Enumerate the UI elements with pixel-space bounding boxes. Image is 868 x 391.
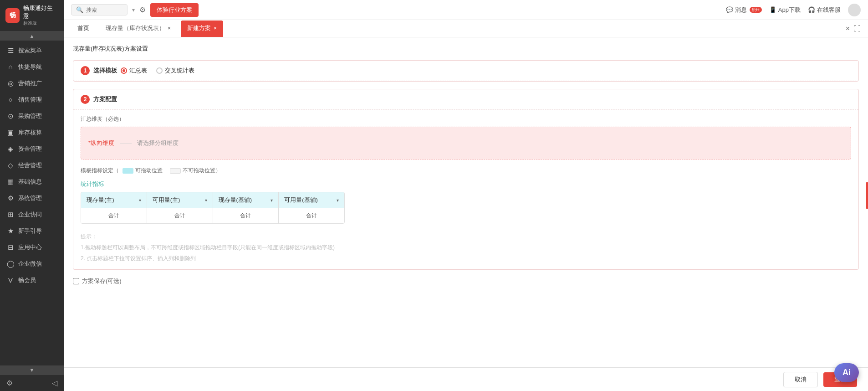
col2-chevron[interactable]: ▾	[271, 198, 273, 203]
sidebar: 畅 畅康通好生意 标准版 ▲ ☰ 搜索菜单 ⌂ 快捷导航 ◎ 营销推广 ○ 销售…	[0, 0, 64, 391]
sidebar-item-finance[interactable]: ◈ 资金管理	[0, 141, 64, 157]
section2-body: 汇总维度（必选） *纵向维度 —— 请选择分组维度 模板指标设定（ 可拖动位置	[73, 110, 858, 269]
save-label: 方案保存(可选)	[82, 277, 122, 285]
sidebar-scroll-up[interactable]: ▲	[0, 31, 64, 41]
tab-new-plan[interactable]: 新建方案 ×	[181, 21, 223, 37]
audio-icon[interactable]: ◁	[52, 379, 57, 387]
col1-label: 可用量(主)	[153, 196, 180, 204]
radio-summary-circle	[121, 67, 127, 74]
sidebar-item-label: 新手引导	[18, 227, 42, 235]
draggable-label: 可拖动位置	[135, 167, 163, 175]
app-download-label: App下载	[778, 6, 801, 14]
dimension-placeholder: 请选择分组维度	[137, 139, 179, 147]
sidebar-item-basic[interactable]: ▦ 基础信息	[0, 174, 64, 190]
sidebar-item-inventory[interactable]: ▣ 库存核算	[0, 124, 64, 141]
industry-btn[interactable]: 体验行业方案	[150, 3, 199, 17]
sidebar-item-member[interactable]: V 畅会员	[0, 272, 64, 288]
cancel-button[interactable]: 取消	[783, 372, 818, 387]
sidebar-item-system[interactable]: ⚙ 系统管理	[0, 190, 64, 206]
finance-icon: ◈	[6, 145, 15, 153]
stats-section: 统计指标 现存量(主) ▾ 可用量(主) ▾	[81, 180, 851, 224]
tab-minimize-btn[interactable]: ×	[846, 25, 850, 33]
sidebar-item-label: 营销推广	[18, 79, 42, 87]
tabs-bar: 首页 现存量（库存状况表） × 新建方案 × × ⛶	[64, 20, 868, 37]
col0-label: 现存量(主)	[87, 196, 114, 204]
ai-label: Ai	[842, 368, 851, 377]
indicator-legend: 可拖动位置 不可拖动位置）	[123, 167, 221, 175]
stats-cell-3: 合计	[279, 208, 344, 223]
sidebar-item-management[interactable]: ◇ 经营管理	[0, 157, 64, 174]
newbie-icon: ★	[6, 227, 15, 235]
indicator-label: 模板指标设定（ 可拖动位置 不可拖动位置）	[81, 167, 851, 175]
sidebar-item-marketing[interactable]: ◎ 营销推广	[0, 75, 64, 92]
content-area: 现存量(库存状况表)方案设置 1 选择模板 汇总表 交叉统计表	[64, 37, 868, 367]
tips-title: 提示：	[81, 233, 97, 240]
main-area: 🔍 ▾ ⚙ 体验行业方案 💬 消息 99+ 📱 App下载 🎧 在线客服	[64, 0, 868, 391]
topbar-search-box[interactable]: 🔍	[71, 4, 128, 15]
tab-home-label: 首页	[77, 24, 89, 32]
sidebar-item-label: 销售管理	[18, 96, 42, 104]
section-step1: 1 选择模板 汇总表 交叉统计表	[73, 60, 859, 82]
tab-home[interactable]: 首页	[71, 21, 96, 37]
topbar-chevron-icon[interactable]: ▾	[132, 7, 135, 13]
app-version: 标准版	[23, 20, 58, 26]
sidebar-scroll-down[interactable]: ▼	[0, 365, 64, 375]
col0-chevron[interactable]: ▾	[139, 198, 141, 203]
stats-cell-2: 合计	[213, 208, 279, 223]
sidebar-item-sales[interactable]: ○ 销售管理	[0, 92, 64, 108]
sidebar-item-purchase[interactable]: ⊙ 采购管理	[0, 108, 64, 124]
col1-chevron[interactable]: ▾	[205, 198, 207, 203]
search-input[interactable]	[86, 7, 123, 13]
template-options: 汇总表 交叉统计表	[121, 67, 194, 75]
tip-1: 1.拖动标题栏可以调整布局，不可跨维度或指标区域拖动栏目字段(只能在同一维度或指…	[81, 244, 335, 251]
sidebar-item-label: 快捷导航	[18, 63, 42, 71]
stats-col-1[interactable]: 可用量(主) ▾	[147, 192, 213, 208]
legend-nodrag: 不可拖动位置）	[170, 167, 221, 175]
topbar-right: 💬 消息 99+ 📱 App下载 🎧 在线客服	[726, 4, 861, 16]
section1-header: 1 选择模板 汇总表 交叉统计表	[73, 61, 858, 81]
stats-col-0[interactable]: 现存量(主) ▾	[81, 192, 147, 208]
sales-icon: ○	[6, 96, 15, 103]
legend-draggable: 可拖动位置	[123, 167, 163, 175]
tab-inventory-status[interactable]: 现存量（库存状况表） ×	[99, 21, 177, 37]
radio-summary-label: 汇总表	[129, 67, 147, 75]
topbar-gear-icon[interactable]: ⚙	[139, 5, 146, 14]
online-service-item[interactable]: 🎧 在线客服	[808, 6, 841, 14]
sidebar-item-label: 应用中心	[18, 243, 42, 252]
radio-cross[interactable]: 交叉统计表	[156, 67, 194, 75]
sidebar-item-search-menu[interactable]: ☰ 搜索菜单	[0, 42, 64, 59]
sidebar-nav: ☰ 搜索菜单 ⌂ 快捷导航 ◎ 营销推广 ○ 销售管理 ⊙ 采购管理 ▣ 库存核…	[0, 41, 64, 365]
tips-section: 提示： 1.拖动标题栏可以调整布局，不可跨维度或指标区域拖动栏目字段(只能在同一…	[81, 231, 851, 264]
sidebar-item-wechat[interactable]: ◯ 企业微信	[0, 256, 64, 272]
tab-new-plan-close[interactable]: ×	[214, 25, 217, 31]
stats-cell-1: 合计	[147, 208, 213, 223]
stats-col-2[interactable]: 现存量(基辅) ▾	[213, 192, 279, 208]
tab-maximize-btn[interactable]: ⛶	[853, 25, 861, 33]
app-download-item[interactable]: 📱 App下载	[769, 6, 801, 14]
stats-col-3[interactable]: 可用量(基辅) ▾	[279, 192, 344, 208]
sidebar-item-newbie[interactable]: ★ 新手引导	[0, 223, 64, 239]
step1-title: 选择模板	[93, 67, 117, 75]
sidebar-item-label: 基础信息	[18, 178, 42, 186]
sidebar-item-apps[interactable]: ⊟ 应用中心	[0, 239, 64, 256]
dimension-required: *纵向维度	[88, 139, 114, 147]
sidebar-item-label: 搜索菜单	[18, 46, 42, 55]
radio-cross-label: 交叉统计表	[165, 67, 194, 75]
radio-summary[interactable]: 汇总表	[121, 67, 147, 75]
message-item[interactable]: 💬 消息 99+	[726, 6, 762, 14]
user-avatar[interactable]	[848, 4, 861, 16]
dimension-area[interactable]: *纵向维度 —— 请选择分组维度	[81, 127, 851, 159]
sidebar-item-corp[interactable]: ⊞ 企业协同	[0, 206, 64, 223]
tab-inventory-close[interactable]: ×	[168, 25, 171, 31]
sidebar-item-label: 库存核算	[18, 129, 42, 137]
system-icon: ⚙	[6, 194, 15, 202]
app-logo-icon: 畅	[5, 8, 20, 23]
settings-icon[interactable]: ⚙	[6, 379, 13, 387]
sidebar-item-quick-nav[interactable]: ⌂ 快捷导航	[0, 59, 64, 75]
ai-float-button[interactable]: Ai	[834, 363, 859, 382]
save-checkbox[interactable]	[73, 278, 79, 284]
section2-header: 2 方案配置	[73, 89, 858, 110]
phone-icon: 📱	[769, 6, 776, 13]
purchase-icon: ⊙	[6, 112, 15, 120]
col3-chevron[interactable]: ▾	[337, 198, 339, 203]
